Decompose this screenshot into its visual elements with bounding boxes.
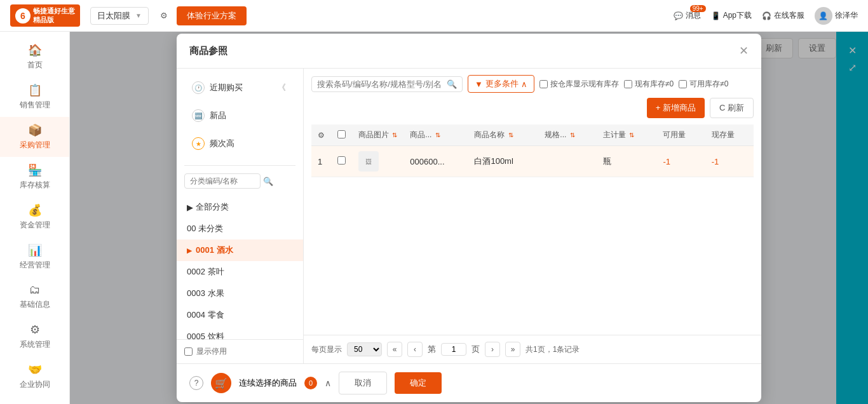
category-search-input[interactable] (184, 173, 261, 189)
nav-selector[interactable]: 日太阳膜 ▼ (90, 7, 149, 25)
nav-right: 💬 消息 99+ 📱 App下载 🎧 在线客服 👤 徐泽华 (674, 7, 858, 25)
cell-code: 000600... (403, 146, 468, 177)
checkbox-available-nonzero[interactable]: 可用库存≠0 (679, 79, 728, 90)
category-4[interactable]: 0004 零食 (177, 304, 303, 326)
sidebar-item-inventory[interactable]: 🏪 库存核算 (0, 157, 69, 197)
sidebar-label-purchase: 采购管理 (20, 140, 50, 151)
per-page-select[interactable]: 50 100 (347, 342, 382, 356)
frequent-item[interactable]: ★ 频次高 (184, 132, 295, 155)
selector-label: 日太阳膜 (97, 10, 130, 22)
th-stock[interactable]: 现存量 (705, 125, 754, 146)
content-area: 查询 刷新 设置 ✕ ⤢ 商品参照 ✕ (70, 32, 868, 404)
page-last-btn[interactable]: » (505, 342, 520, 357)
category-0[interactable]: 00 未分类 (177, 218, 303, 239)
customer-service-btn[interactable]: 🎧 在线客服 (762, 10, 804, 21)
sidebar-label-operation: 经营管理 (20, 260, 50, 271)
page-number-input[interactable] (441, 343, 466, 356)
new-product-button[interactable]: + 新增商品 (647, 98, 705, 118)
select-all-checkbox[interactable] (337, 130, 346, 138)
confirm-button[interactable]: 确定 (395, 372, 442, 394)
sidebar-label-enterprise: 企业协同 (20, 379, 50, 390)
show-disabled-row: 显示停用 (177, 339, 303, 363)
category-all-label: ▶ (187, 203, 193, 212)
th-check (331, 125, 352, 146)
footer-collapse-icon[interactable]: ∧ (325, 378, 331, 388)
modal-overlay: 商品参照 ✕ 🕐 近期购买 《 🆕 (70, 32, 868, 404)
sidebar-item-basic[interactable]: 🗂 基础信息 (0, 277, 69, 316)
total-info: 共1页，1条记录 (526, 344, 580, 355)
cell-check (331, 146, 352, 177)
available-nonzero-checkbox[interactable] (679, 80, 687, 88)
app-download-btn[interactable]: 📱 App下载 (711, 10, 752, 21)
table-header: ⚙ 商品图片 ⇅ 商品... ⇅ (311, 125, 754, 146)
sidebar-label-basic: 基础信息 (20, 299, 50, 310)
stock-nonzero-label: 现有库存≠0 (635, 79, 674, 90)
th-available[interactable]: 可用量 (656, 125, 705, 146)
toolbar: 🔍 ▼ 更多条件 ∧ 按仓库显示现有库存 (304, 69, 761, 125)
collapse-button[interactable]: 《 (275, 81, 288, 94)
sidebar-item-enterprise[interactable]: 🤝 企业协同 (0, 356, 69, 396)
page-first-btn[interactable]: « (387, 342, 402, 357)
product-search-icon[interactable]: 🔍 (447, 79, 457, 89)
category-2[interactable]: 0002 茶叶 (177, 261, 303, 283)
show-disabled-checkbox[interactable] (184, 347, 193, 356)
page-unit: 页 (471, 344, 480, 355)
modal-close-button[interactable]: ✕ (739, 44, 749, 58)
messages-btn[interactable]: 💬 消息 99+ (674, 10, 701, 21)
th-spec[interactable]: 规格... ⇅ (538, 125, 597, 146)
checkbox-stock-nonzero[interactable]: 现有库存≠0 (624, 79, 674, 90)
available-nonzero-label: 可用库存≠0 (689, 79, 728, 90)
settings-icon-btn[interactable]: ⚙ (154, 6, 174, 26)
basic-icon: 🗂 (29, 283, 41, 297)
table-body: 1 🖼 000600... 白酒100ml 瓶 (311, 146, 754, 177)
page-next-btn[interactable]: › (485, 342, 500, 357)
user-name: 徐泽华 (835, 10, 858, 21)
category-all[interactable]: ▶ 全部分类 (177, 196, 303, 218)
category-1-active[interactable]: 0001 酒水 (177, 239, 303, 261)
right-panel: 🔍 ▼ 更多条件 ∧ 按仓库显示现有库存 (304, 69, 761, 363)
category-search-icon[interactable]: 🔍 (263, 177, 273, 186)
warehouse-checkbox[interactable] (539, 80, 548, 88)
sidebar-item-finance[interactable]: 💰 资金管理 (0, 197, 69, 237)
cell-spec (538, 146, 597, 177)
filter-button[interactable]: ▼ 更多条件 ∧ (468, 75, 534, 93)
operation-icon: 📊 (28, 243, 42, 257)
logo-text1: 畅捷通好生意 (33, 7, 75, 15)
sidebar-item-purchase[interactable]: 📦 采购管理 (0, 117, 69, 157)
new-product-item[interactable]: 🆕 新品 (184, 104, 295, 127)
refresh-product-button[interactable]: C 刷新 (710, 98, 754, 118)
user-profile[interactable]: 👤 徐泽华 (815, 7, 858, 25)
category-5[interactable]: 0005 饮料 (177, 326, 303, 339)
settings-icon: ⚙ (160, 11, 168, 20)
page-prev-btn[interactable]: ‹ (407, 342, 423, 357)
new-label: 新品 (210, 110, 226, 121)
checkbox-warehouse[interactable]: 按仓库显示现有库存 (539, 79, 619, 90)
sort-code-icon: ⇅ (435, 131, 440, 138)
sidebar-item-operation[interactable]: 📊 经营管理 (0, 237, 69, 277)
cancel-button[interactable]: 取消 (339, 372, 387, 394)
cell-name: 白酒100ml (468, 146, 538, 177)
sidebar-item-system[interactable]: ⚙ 系统管理 (0, 316, 69, 356)
th-image[interactable]: 商品图片 ⇅ (352, 125, 403, 146)
logo-icon: 6 (15, 8, 31, 24)
th-unit[interactable]: 主计量 ⇅ (597, 125, 656, 146)
th-setting[interactable]: ⚙ (311, 125, 331, 146)
sidebar-item-guide[interactable]: 📖 新手引导 (0, 396, 69, 404)
table-row[interactable]: 1 🖼 000600... 白酒100ml 瓶 (311, 146, 754, 177)
product-search-input[interactable] (317, 79, 444, 89)
top-nav: 6 畅捷通好生意 精品版 日太阳膜 ▼ ⚙ 体验行业方案 💬 消息 99+ 📱 … (0, 0, 868, 32)
sidebar-item-home[interactable]: 🏠 首页 (0, 37, 69, 77)
th-code[interactable]: 商品... ⇅ (403, 125, 468, 146)
page-word: 第 (428, 344, 436, 355)
avatar: 👤 (815, 7, 832, 25)
trial-button[interactable]: 体验行业方案 (177, 6, 247, 25)
cell-available: -1 (656, 146, 705, 177)
recent-purchase-item[interactable]: 🕐 近期购买 《 (184, 76, 295, 99)
help-icon[interactable]: ? (189, 376, 203, 390)
selector-arrow: ▼ (135, 12, 142, 19)
sidebar-item-sales[interactable]: 📋 销售管理 (0, 77, 69, 117)
category-3[interactable]: 0003 水果 (177, 283, 303, 304)
row-checkbox[interactable] (337, 156, 346, 165)
stock-nonzero-checkbox[interactable] (624, 80, 632, 88)
th-name[interactable]: 商品名称 ⇅ (468, 125, 538, 146)
